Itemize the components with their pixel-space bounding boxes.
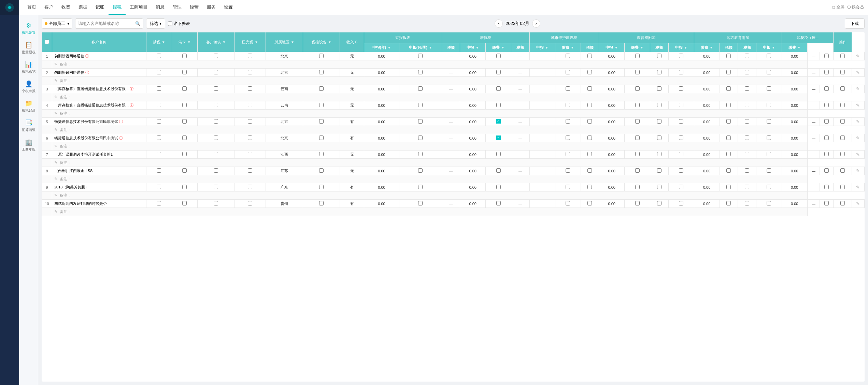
local-tax2-checkbox[interactable] xyxy=(767,86,771,91)
city-shen-checkbox[interactable] xyxy=(566,54,570,58)
local-tax2-cell[interactable] xyxy=(756,69,782,77)
confirm-checkbox[interactable] xyxy=(214,136,218,140)
local-shen-checkbox[interactable] xyxy=(726,119,731,124)
row-checkbox[interactable] xyxy=(496,86,501,91)
row-checkbox[interactable] xyxy=(496,70,501,74)
search-field[interactable] xyxy=(78,21,134,26)
chaoshui-checkbox[interactable] xyxy=(157,201,161,205)
edu-shen-cell[interactable] xyxy=(625,85,650,93)
local-tax2-cell[interactable] xyxy=(756,118,782,126)
nav-operation[interactable]: 经营 xyxy=(186,0,203,15)
edu-shen-checkbox[interactable] xyxy=(635,201,640,205)
edu-shen-checkbox[interactable] xyxy=(635,168,640,173)
local-jiao-cell[interactable] xyxy=(738,52,756,60)
local-tax2-checkbox[interactable] xyxy=(767,201,771,205)
edu-jiao-checkbox[interactable] xyxy=(657,70,661,74)
local-jiao-cell[interactable] xyxy=(738,118,756,126)
city-shen-checkbox[interactable] xyxy=(566,152,570,156)
sidebar-item-annual-report[interactable]: 🏢 工商年报 xyxy=(19,135,38,155)
chaoshui-checkbox[interactable] xyxy=(157,152,161,156)
paid-checkbox[interactable] xyxy=(248,119,252,124)
city-jiao-checkbox[interactable] xyxy=(587,185,592,189)
fin-year-checkbox[interactable] xyxy=(418,185,423,189)
edit-icon[interactable]: ✎ xyxy=(856,119,860,124)
city-shen-cell[interactable] xyxy=(555,101,581,110)
qingka-cell[interactable] xyxy=(172,118,197,126)
local-shen-cell[interactable] xyxy=(720,52,738,60)
local-shen-checkbox[interactable] xyxy=(726,103,731,107)
fin-year-cell[interactable] xyxy=(399,85,442,93)
local-shen-checkbox[interactable] xyxy=(726,185,731,189)
paid-cell[interactable] xyxy=(234,101,266,110)
city-jiao-cell[interactable] xyxy=(581,167,599,175)
local-jiao-checkbox[interactable] xyxy=(745,54,749,58)
qingka-cell[interactable] xyxy=(172,52,197,60)
city-jiao-checkbox[interactable] xyxy=(587,119,592,124)
accounts-checkbox-label[interactable]: 名下账表 xyxy=(168,21,190,27)
city-shen-checkbox[interactable] xyxy=(566,201,570,205)
device-cell[interactable] xyxy=(303,200,340,208)
qingka-checkbox[interactable] xyxy=(182,70,187,74)
local-shen-checkbox[interactable] xyxy=(726,54,731,58)
chaoshui-checkbox[interactable] xyxy=(157,54,161,58)
device-cell[interactable] xyxy=(303,52,340,60)
edu-jiao-cell[interactable] xyxy=(650,167,669,175)
edu-shen-cell[interactable] xyxy=(625,183,650,191)
local-jiao-checkbox[interactable] xyxy=(745,103,749,107)
confirm-cell[interactable] xyxy=(197,101,234,110)
confirm-cell[interactable] xyxy=(197,200,234,208)
stamp-jiao-checkbox[interactable] xyxy=(840,119,845,124)
edit-icon[interactable]: ✎ xyxy=(856,86,860,91)
device-checkbox[interactable] xyxy=(319,136,324,140)
edit-icon[interactable]: ✎ xyxy=(856,70,860,75)
chaoshui-checkbox[interactable] xyxy=(157,136,161,140)
fin-year-checkbox[interactable] xyxy=(418,86,423,91)
stamp-shen-cell[interactable] xyxy=(820,167,834,175)
fin-year-cell[interactable] xyxy=(399,134,442,142)
paid-checkbox[interactable] xyxy=(248,70,252,74)
chaoshui-cell[interactable] xyxy=(146,85,172,93)
local-shen-cell[interactable] xyxy=(720,151,738,159)
edu-tax2-checkbox[interactable] xyxy=(679,136,683,140)
fin-year-cell[interactable] xyxy=(399,151,442,159)
edu-shen-cell[interactable] xyxy=(625,134,650,142)
edu-tax2-checkbox[interactable] xyxy=(679,119,683,124)
row-checkbox[interactable] xyxy=(496,54,501,58)
qingka-checkbox[interactable] xyxy=(182,201,187,205)
edit-icon[interactable]: ✎ xyxy=(856,185,860,190)
stamp-shen-checkbox[interactable] xyxy=(824,201,829,205)
city-shen-checkbox[interactable] xyxy=(566,168,570,173)
remark-text[interactable]: ✎ 备注： xyxy=(52,126,808,134)
chaoshui-cell[interactable] xyxy=(146,151,172,159)
edu-tax2-checkbox[interactable] xyxy=(679,103,683,107)
local-jiao-checkbox[interactable] xyxy=(745,185,749,189)
edu-tax2-cell[interactable] xyxy=(668,118,694,126)
stamp-jiao-cell[interactable] xyxy=(834,183,852,191)
edu-tax2-cell[interactable] xyxy=(668,52,694,60)
paid-checkbox[interactable] xyxy=(248,136,252,140)
stamp-shen-cell[interactable] xyxy=(820,134,834,142)
edu-shen-checkbox[interactable] xyxy=(635,152,640,156)
nav-accounting[interactable]: 记账 xyxy=(91,0,109,15)
stamp-jiao-checkbox[interactable] xyxy=(840,70,845,74)
edu-tax2-checkbox[interactable] xyxy=(679,152,683,156)
confirm-checkbox[interactable] xyxy=(214,70,218,74)
qingka-cell[interactable] xyxy=(172,167,197,175)
stamp-jiao-checkbox[interactable] xyxy=(840,103,845,107)
accounts-checkbox[interactable] xyxy=(168,22,172,26)
stamp-jiao-cell[interactable] xyxy=(834,134,852,142)
device-cell[interactable] xyxy=(303,101,340,110)
edu-jiao-cell[interactable] xyxy=(650,85,669,93)
stamp-shen-checkbox[interactable] xyxy=(824,185,829,189)
local-tax2-cell[interactable] xyxy=(756,85,782,93)
confirm-checkbox[interactable] xyxy=(214,168,218,173)
local-tax2-cell[interactable] xyxy=(756,200,782,208)
stamp-jiao-checkbox[interactable] xyxy=(840,185,845,189)
sidebar-item-tax-overview[interactable]: 📊 报税总览 xyxy=(19,57,38,77)
fin-year-cell[interactable] xyxy=(399,69,442,77)
confirm-cell[interactable] xyxy=(197,183,234,191)
stamp-shen-checkbox[interactable] xyxy=(824,119,829,124)
remark-text[interactable]: ✎ 备注： xyxy=(52,159,808,167)
local-jiao-cell[interactable] xyxy=(738,151,756,159)
local-shen-cell[interactable] xyxy=(720,183,738,191)
